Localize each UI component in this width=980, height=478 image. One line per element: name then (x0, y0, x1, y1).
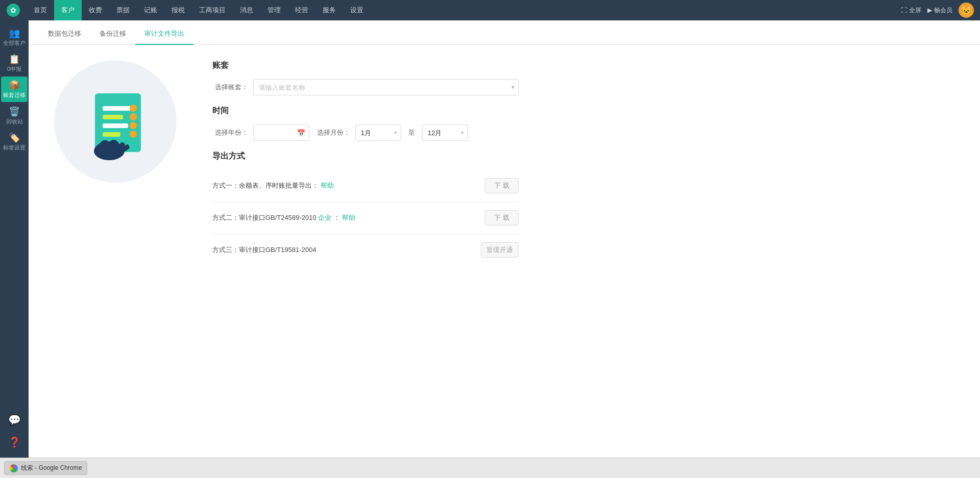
to-text: 至 (406, 128, 417, 137)
nav-fee[interactable]: 收费 (82, 0, 109, 20)
method-1-download-button[interactable]: 下 载 (485, 178, 519, 193)
main-layout: 👥 全部客户 📋 0申报 📦 账套迁移 🗑️ 回收站 🏷️ 标签设置 💬 ❓ 数… (0, 20, 980, 458)
month-start-select[interactable]: 1月2月3月4月 5月6月7月8月 9月10月11月12月 (355, 124, 401, 141)
svg-rect-5 (103, 123, 128, 128)
sidebar-item-all-clients-label: 全部客户 (3, 40, 26, 46)
account-section-title: 账套 (212, 60, 519, 71)
sidebar-item-zero-report[interactable]: 📋 0申报 (1, 51, 28, 76)
method-1-label: 方式一：余额表、序时账批量导出： 帮助 (212, 181, 480, 190)
year-label: 选择年份： (212, 128, 248, 137)
member-button[interactable]: ▶ 畅会员 (927, 6, 952, 15)
method-3-soon-button[interactable]: 暂缓开通 (481, 242, 519, 258)
tab-data-migration[interactable]: 数据包迁移 (39, 23, 90, 45)
svg-point-9 (130, 122, 137, 129)
export-section-title: 导出方式 (212, 151, 519, 162)
month-end-select[interactable]: 1月2月3月4月 5月6月7月8月 9月10月11月 12月 (422, 124, 468, 141)
taskbar: 线索 - Google Chrome (0, 458, 980, 478)
sidebar-item-label-settings-label: 标签设置 (3, 144, 26, 151)
svg-point-10 (130, 131, 137, 138)
sidebar-item-recycle[interactable]: 🗑️ 回收站 (1, 103, 28, 128)
nav-menu: 首页 客户 收费 票据 记账 报税 工商项目 消息 管理 经营 服务 设置 (27, 0, 901, 20)
nav-message[interactable]: 消息 (233, 0, 260, 20)
method-1-help-link[interactable]: 帮助 (321, 182, 334, 189)
nav-operation[interactable]: 经营 (288, 0, 315, 20)
account-migration-icon: 📦 (9, 81, 20, 90)
sidebar-item-account-migration-label: 账套迁移 (3, 92, 26, 98)
method-2-label: 方式二：审计接口GB/T24589-2010 企业 ： 帮助 (212, 213, 480, 222)
account-label: 选择账套： (212, 83, 248, 92)
year-input-wrap: 2023 📅 (253, 124, 309, 141)
svg-rect-3 (103, 106, 131, 111)
method-2-help-link[interactable]: 帮助 (342, 214, 355, 221)
month-start-wrap: 1月2月3月4月 5月6月7月8月 9月10月11月12月 ▾ (355, 124, 401, 141)
svg-rect-4 (103, 115, 123, 119)
nav-invoice[interactable]: 票据 (109, 0, 137, 20)
sidebar-item-all-clients[interactable]: 👥 全部客户 (1, 24, 28, 49)
content-area: 数据包迁移 备份迁移 审计文件导出 (29, 20, 980, 458)
method-3-label: 方式三：审计接口GB/T19581-2004 (212, 245, 476, 255)
account-input-wrap: ▾ (253, 79, 519, 95)
sidebar-item-account-migration[interactable]: 📦 账套迁移 (1, 77, 28, 102)
year-input[interactable]: 2023 (253, 124, 309, 141)
sidebar: 👥 全部客户 📋 0申报 📦 账套迁移 🗑️ 回收站 🏷️ 标签设置 💬 ❓ (0, 20, 29, 458)
svg-text:✿: ✿ (10, 6, 16, 14)
month-end-wrap: 1月2月3月4月 5月6月7月8月 9月10月11月 12月 ▾ (422, 124, 468, 141)
svg-point-8 (130, 113, 137, 120)
form-container: 账套 选择账套： ▾ 时间 选择年份： 2023 (49, 60, 960, 266)
zero-report-icon: 📋 (9, 55, 20, 64)
label-settings-icon: 🏷️ (9, 133, 20, 142)
method-2-download-button[interactable]: 下 载 (485, 210, 519, 225)
nav-client[interactable]: 客户 (54, 0, 82, 20)
method-2-colon: ： (333, 214, 340, 221)
method-1-text: 方式一：余额表、序时账批量导出： (212, 182, 318, 189)
nav-settings[interactable]: 设置 (343, 0, 371, 20)
time-row: 选择年份： 2023 📅 选择月份： 1月2月3月4月 5月6月7月8月 9月1… (212, 124, 519, 141)
fullscreen-icon: ⛶ (901, 7, 907, 14)
recycle-icon: 🗑️ (9, 107, 20, 116)
sidebar-item-label-settings[interactable]: 🏷️ 标签设置 (1, 129, 28, 154)
account-input[interactable] (253, 79, 519, 95)
svg-rect-6 (103, 132, 120, 137)
nav-service[interactable]: 服务 (315, 0, 343, 20)
export-method-1: 方式一：余额表、序时账批量导出： 帮助 下 载 (212, 170, 519, 202)
export-method-3: 方式三：审计接口GB/T19581-2004 暂缓开通 (212, 234, 519, 266)
illustration-svg (75, 81, 156, 162)
tab-backup-migration[interactable]: 备份迁移 (90, 23, 135, 45)
nav-manage[interactable]: 管理 (260, 0, 288, 20)
fullscreen-button[interactable]: ⛶ 全屏 (901, 6, 921, 15)
illustration-area (49, 60, 182, 183)
user-avatar[interactable]: 🐱 (959, 3, 974, 18)
month-label: 选择月份： (314, 128, 350, 137)
fullscreen-label: 全屏 (909, 6, 921, 15)
member-label: 畅会员 (934, 6, 952, 15)
nav-bookkeeping[interactable]: 记账 (137, 0, 164, 20)
export-method-2: 方式二：审计接口GB/T24589-2010 企业 ： 帮助 下 载 (212, 202, 519, 234)
chat-icon[interactable]: 💬 (5, 411, 24, 429)
tab-bar: 数据包迁移 备份迁移 审计文件导出 (29, 20, 980, 45)
taskbar-item-label: 线索 - Google Chrome (21, 464, 82, 472)
nav-tax[interactable]: 报税 (164, 0, 192, 20)
form-area: 账套 选择账套： ▾ 时间 选择年份： 2023 (212, 60, 519, 266)
all-clients-icon: 👥 (9, 29, 20, 38)
time-section-title: 时间 (212, 106, 519, 116)
method-3-text: 方式三：审计接口GB/T19581-2004 (212, 246, 316, 254)
account-row: 选择账套： ▾ (212, 79, 519, 95)
nav-home[interactable]: 首页 (27, 0, 54, 20)
page-content: 账套 选择账套： ▾ 时间 选择年份： 2023 (29, 45, 980, 458)
sidebar-bottom: 💬 ❓ (5, 411, 24, 458)
nav-business[interactable]: 工商项目 (192, 0, 233, 20)
sidebar-item-zero-report-label: 0申报 (7, 66, 21, 72)
tab-audit-export[interactable]: 审计文件导出 (135, 23, 193, 45)
method-2-text: 方式二：审计接口GB/T24589-2010 (212, 214, 316, 221)
top-nav-right: ⛶ 全屏 ▶ 畅会员 🐱 (901, 3, 980, 18)
app-logo[interactable]: ✿ (4, 1, 22, 19)
sidebar-item-recycle-label: 回收站 (6, 118, 23, 125)
help-icon[interactable]: ❓ (5, 433, 24, 451)
svg-point-7 (130, 105, 137, 112)
illustration-circle (54, 60, 177, 183)
method-2-company: 企业 (318, 214, 331, 221)
member-icon: ▶ (927, 7, 932, 14)
chrome-icon (10, 464, 18, 472)
top-navigation: ✿ 首页 客户 收费 票据 记账 报税 工商项目 消息 管理 经营 服务 设置 … (0, 0, 980, 20)
taskbar-chrome-item[interactable]: 线索 - Google Chrome (4, 461, 87, 475)
